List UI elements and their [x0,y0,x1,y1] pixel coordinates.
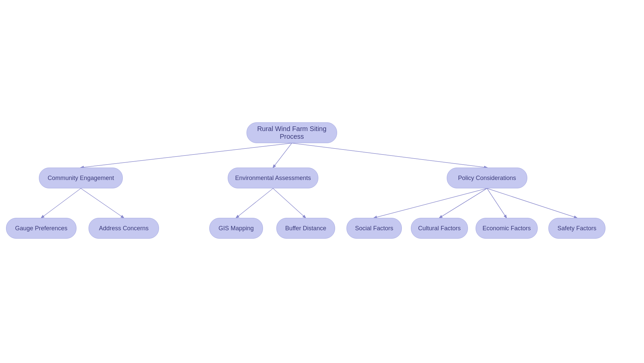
svg-line-1 [273,143,292,168]
node-social-factors: Social Factors [346,218,402,239]
svg-line-2 [292,143,487,168]
svg-line-10 [487,188,577,218]
node-root: Rural Wind Farm Siting Process [247,122,337,143]
svg-line-0 [81,143,292,168]
svg-line-6 [273,188,306,218]
diagram-container: Rural Wind Farm Siting Process Community… [0,0,644,363]
node-environmental-assessments: Environmental Assessments [228,168,318,188]
node-safety-factors: Safety Factors [548,218,605,239]
node-gis-mapping: GIS Mapping [209,218,263,239]
node-buffer-distance: Buffer Distance [276,218,335,239]
node-community-engagement: Community Engagement [39,168,123,188]
svg-line-4 [81,188,124,218]
svg-line-9 [487,188,506,218]
node-cultural-factors: Cultural Factors [411,218,468,239]
node-address-concerns: Address Concerns [89,218,159,239]
svg-line-5 [236,188,273,218]
node-policy-considerations: Policy Considerations [447,168,527,188]
svg-line-3 [41,188,81,218]
svg-line-8 [439,188,487,218]
node-gauge-preferences: Gauge Preferences [6,218,76,239]
svg-line-7 [374,188,487,218]
node-economic-factors: Economic Factors [476,218,538,239]
